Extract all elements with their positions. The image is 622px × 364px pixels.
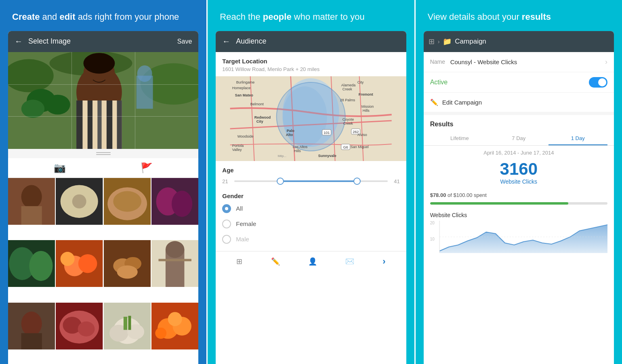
svg-text:Belmont: Belmont xyxy=(250,102,264,106)
gender-female-radio[interactable] xyxy=(222,220,231,228)
nav-icon-mail[interactable]: ✉️ xyxy=(345,257,354,266)
svg-text:Burlingame: Burlingame xyxy=(236,80,255,84)
map-area[interactable]: 101 G6 262 Burlingame Homeplace San Mate… xyxy=(216,76,406,161)
toggle-thumb xyxy=(598,78,606,86)
back-button[interactable]: ← xyxy=(15,37,23,46)
thumb-svg-8 xyxy=(151,240,198,287)
nav-icon-person[interactable]: 👤 xyxy=(308,257,317,266)
photo-thumb-greens[interactable] xyxy=(8,240,55,287)
photo-thumb-potatoes[interactable] xyxy=(104,240,151,287)
campaign-name-card: Name Counsyl - Website Clicks › Active ✏… xyxy=(424,52,614,112)
headline-pre-3: View details about your xyxy=(428,12,522,22)
folder-icon: 📁 xyxy=(443,37,452,46)
svg-point-37 xyxy=(61,252,75,266)
camera-icon[interactable]: 📷 xyxy=(54,162,66,174)
svg-rect-11 xyxy=(76,100,82,149)
photo-thumb-oranges[interactable] xyxy=(151,303,198,349)
active-label: Active xyxy=(430,79,589,86)
flag-icon[interactable]: 🚩 xyxy=(141,162,153,174)
edit-campaign-row[interactable]: ✏️ Edit Campaign xyxy=(424,93,614,112)
age-slider-thumb-right[interactable] xyxy=(353,178,361,185)
drag-handle[interactable] xyxy=(8,149,198,158)
svg-point-26 xyxy=(113,191,141,211)
svg-point-44 xyxy=(166,241,185,258)
svg-text:City: City xyxy=(256,119,263,123)
thumb-svg-9 xyxy=(8,303,55,349)
svg-point-29 xyxy=(172,190,192,217)
photo-thumb-meat2[interactable] xyxy=(56,303,103,349)
svg-text:San Miguel: San Miguel xyxy=(351,145,369,149)
save-button[interactable]: Save xyxy=(177,38,192,45)
photo-thumb-onions[interactable] xyxy=(104,303,151,349)
svg-point-6 xyxy=(21,100,44,118)
tab-lifetime[interactable]: Lifetime xyxy=(430,132,489,145)
svg-rect-48 xyxy=(21,333,42,349)
photo-thumb-portrait[interactable] xyxy=(8,178,55,225)
tab-7day[interactable]: 7 Day xyxy=(489,132,548,145)
svg-text:Portola: Portola xyxy=(232,144,244,148)
chart-section: Website Clicks 20 10 xyxy=(424,208,614,253)
photo-thumb-beets[interactable] xyxy=(151,178,198,225)
age-slider-track[interactable] xyxy=(234,180,387,182)
gender-male-radio[interactable] xyxy=(222,235,231,244)
photo-thumb-portrait2[interactable] xyxy=(8,303,55,349)
gender-female-option[interactable]: Female xyxy=(222,216,399,232)
photo-thumb-citrus[interactable] xyxy=(56,240,103,287)
svg-text:Alameda: Alameda xyxy=(341,83,356,87)
svg-text:Coyote: Coyote xyxy=(343,117,354,121)
panel-2-headline: Reach the people who matter to you xyxy=(208,0,414,31)
panel-3-headline: View details about your results xyxy=(416,0,622,31)
budget-bar-wrap xyxy=(430,202,607,205)
svg-point-5 xyxy=(45,94,70,114)
svg-rect-20 xyxy=(21,206,42,225)
svg-text:Creek: Creek xyxy=(343,121,353,126)
back-button-2[interactable]: ← xyxy=(222,37,230,46)
gender-male-option[interactable]: Male xyxy=(222,232,399,247)
app-bar-3: ⊞ › 📁 Campaign xyxy=(424,31,614,52)
preview-photo-svg xyxy=(8,52,198,149)
app-bar-2-left: ← Audience xyxy=(222,37,266,46)
panel-1: Create and edit ads right from your phon… xyxy=(0,0,206,364)
tab-1day[interactable]: 1 Day xyxy=(548,132,607,145)
name-row[interactable]: Name Counsyl - Website Clicks › xyxy=(424,52,614,72)
app-bar-1: ← Select Image Save xyxy=(8,31,198,52)
age-min-label: 21 xyxy=(222,178,230,184)
svg-text:City: City xyxy=(357,80,364,84)
edit-pencil-icon: ✏️ xyxy=(430,98,438,106)
svg-point-67 xyxy=(277,82,345,151)
svg-text:Hills: Hills xyxy=(294,149,301,153)
chart-svg xyxy=(430,221,607,253)
phone-mockup-2: ← Audience Target Location 1601 Willow R… xyxy=(216,31,406,364)
photo-thumb-grain[interactable] xyxy=(56,178,103,225)
svg-text:San Mateo: San Mateo xyxy=(235,93,254,97)
gender-section: Gender All Female Male xyxy=(216,188,406,251)
gender-label: Gender xyxy=(222,192,399,201)
results-section: Results Lifetime 7 Day 1 Day April 16, 2… xyxy=(424,115,614,364)
drag-lines xyxy=(96,152,111,155)
svg-rect-13 xyxy=(97,100,101,149)
thumb-svg-10 xyxy=(56,303,103,349)
svg-point-9 xyxy=(83,53,115,73)
map-svg: 101 G6 262 Burlingame Homeplace San Mate… xyxy=(216,76,406,161)
budget-row: $78.00 of $100.00 spent xyxy=(424,190,614,201)
gender-all-option[interactable]: All xyxy=(222,201,399,216)
thumb-svg-11 xyxy=(104,303,151,349)
gender-all-radio[interactable] xyxy=(222,204,231,213)
svg-text:Hills: Hills xyxy=(363,109,370,113)
date-range: April 16, 2014 - June 17, 2014 xyxy=(424,146,614,160)
nav-icon-grid[interactable]: ⊞ xyxy=(236,257,242,266)
image-preview xyxy=(8,52,198,149)
svg-text:Valley: Valley xyxy=(232,148,242,152)
svg-text:G6: G6 xyxy=(343,145,348,149)
active-toggle[interactable] xyxy=(589,77,607,88)
svg-text:Alviso: Alviso xyxy=(357,133,367,137)
age-slider-thumb-left[interactable] xyxy=(277,178,284,185)
svg-point-19 xyxy=(21,185,42,208)
photo-thumb-market[interactable] xyxy=(151,240,198,287)
nav-icon-edit[interactable]: ✏️ xyxy=(271,257,280,266)
nav-next-button[interactable]: › xyxy=(382,256,385,267)
bottom-nav: ⊞ ✏️ 👤 ✉️ › xyxy=(216,251,406,272)
grid-icon[interactable]: ⊞ xyxy=(429,37,435,46)
photo-thumb-chicken[interactable] xyxy=(104,178,151,225)
headline-bold-3: results xyxy=(522,12,551,22)
